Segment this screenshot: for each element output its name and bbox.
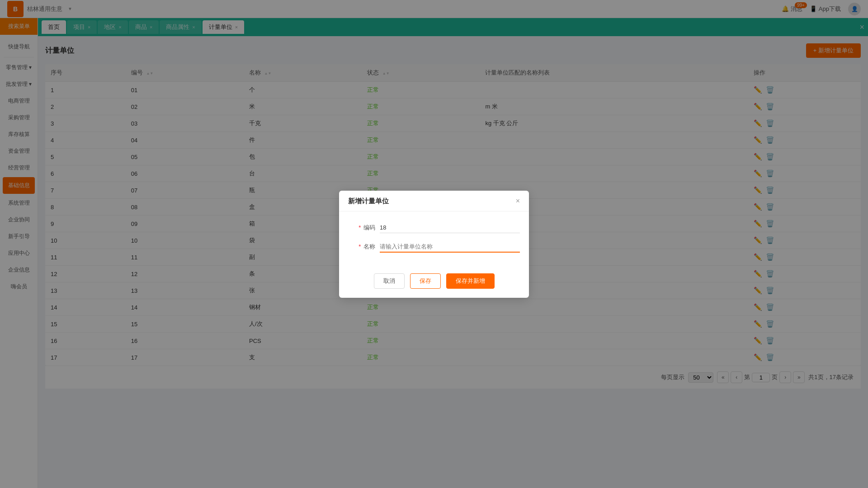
form-code-input[interactable] — [380, 222, 520, 233]
required-star-name: * — [359, 243, 361, 250]
cancel-button[interactable]: 取消 — [374, 273, 405, 289]
save-and-new-button[interactable]: 保存并新增 — [446, 273, 495, 289]
modal-close-button[interactable]: × — [516, 197, 520, 205]
form-row-code: * 编码 — [348, 222, 520, 233]
form-name-label: * 名称 — [348, 243, 375, 251]
modal-footer: 取消 保存 保存并新增 — [339, 268, 529, 298]
form-row-name: * 名称 — [348, 241, 520, 253]
form-name-input[interactable] — [380, 241, 520, 253]
required-star-code: * — [359, 224, 361, 231]
modal-title: 新增计量单位 — [348, 197, 389, 206]
modal-body: * 编码 * 名称 — [339, 211, 529, 268]
modal-header: 新增计量单位 × — [339, 191, 529, 211]
modal-overlay[interactable]: 新增计量单位 × * 编码 * 名称 取消 保存 保存并新增 — [0, 0, 868, 488]
add-unit-modal: 新增计量单位 × * 编码 * 名称 取消 保存 保存并新增 — [339, 191, 529, 298]
form-code-label: * 编码 — [348, 224, 375, 232]
save-button[interactable]: 保存 — [410, 273, 441, 289]
